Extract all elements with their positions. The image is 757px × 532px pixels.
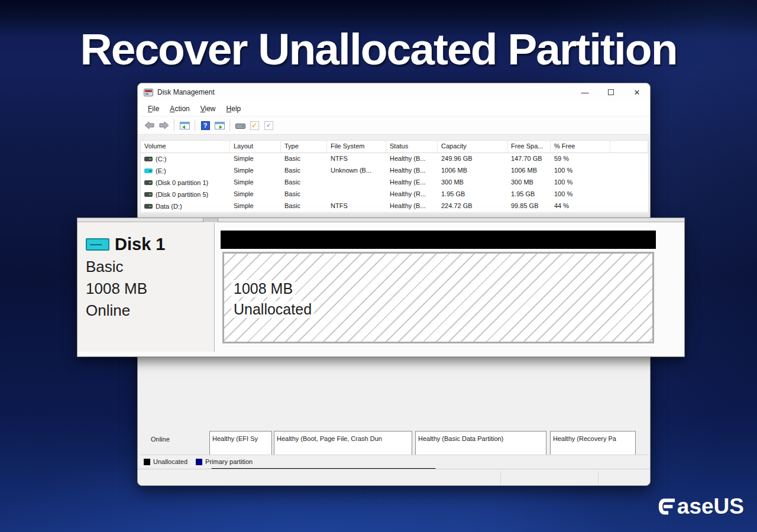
cell-layout: Simple — [230, 200, 281, 212]
cell-type: Basic — [281, 189, 327, 200]
status-bar — [138, 469, 651, 486]
cell-file-system: Unknown (B... — [327, 165, 386, 177]
callout-disk-status: Online — [86, 301, 214, 320]
cell-capacity: 300 MB — [438, 177, 507, 189]
cell-layout: Simple — [230, 153, 281, 165]
volume-table-header: Volume Layout Type File System Status Ca… — [141, 141, 648, 153]
help-icon: ? — [201, 121, 210, 130]
action-pane-icon — [215, 122, 225, 129]
help-button[interactable]: ? — [198, 118, 212, 132]
callout-disk-info-panel: Disk 1 Basic 1008 MB Online — [77, 223, 215, 352]
close-button[interactable]: ✕ — [624, 83, 650, 101]
table-row[interactable]: (Disk 0 partition 5) Simple Basic Health… — [141, 189, 648, 200]
column-header-status[interactable]: Status — [386, 141, 438, 153]
status-bar-separator — [598, 471, 599, 485]
list-check-icon: ✓ — [264, 121, 273, 130]
disk0-partition-efi[interactable]: Healthy (EFI Sy — [209, 431, 272, 457]
cell-pct-free: 59 % — [551, 153, 610, 165]
legend-item-unallocated: Unallocated — [144, 458, 187, 465]
volume-name: (Disk 0 partition 5) — [156, 191, 208, 198]
menu-view[interactable]: View — [195, 103, 221, 115]
maximize-icon — [608, 89, 614, 95]
back-arrow-icon — [144, 121, 155, 129]
drive-icon — [144, 192, 153, 197]
menu-file[interactable]: File — [143, 103, 164, 115]
disk0-partition-data[interactable]: Healthy (Basic Data Partition) — [415, 431, 546, 457]
table-row[interactable]: (Disk 0 partition 1) Simple Basic Health… — [141, 177, 648, 189]
maximize-button[interactable] — [598, 83, 624, 101]
unallocated-swatch — [144, 459, 150, 465]
properties-button[interactable]: ✓ — [261, 118, 276, 132]
disk-rescan-icon — [235, 124, 245, 129]
callout-notch — [203, 218, 218, 222]
column-header-file-system[interactable]: File System — [327, 141, 386, 153]
cell-file-system — [327, 189, 386, 200]
primary-partition-swatch — [196, 459, 202, 465]
cell-free-space: 1006 MB — [507, 165, 551, 177]
cell-capacity: 1006 MB — [438, 165, 507, 177]
partition-label: Healthy (Basic Data Partition) — [418, 435, 503, 442]
cell-layout: Simple — [230, 177, 281, 189]
easeus-wordmark: aseUS — [677, 494, 744, 519]
cell-pct-free: 44 % — [551, 200, 610, 212]
forward-arrow-icon — [158, 121, 169, 129]
callout-partition-state-label: Unallocated — [231, 301, 314, 318]
drive-icon — [144, 157, 153, 161]
column-header-free-space[interactable]: Free Spa... — [507, 141, 551, 153]
status-bar-separator — [500, 471, 501, 485]
cell-free-space: 147.70 GB — [507, 153, 551, 165]
minimize-button[interactable]: — — [572, 83, 598, 101]
legend-label: Primary partition — [205, 458, 253, 465]
console-tree-icon — [180, 122, 190, 129]
menu-bar: File Action View Help — [138, 101, 650, 116]
cell-file-system: NTFS — [327, 200, 386, 212]
callout-disk-size: 1008 MB — [86, 280, 214, 298]
callout-partition-size-label: 1008 MB — [231, 280, 295, 297]
column-header-layout[interactable]: Layout — [230, 141, 281, 153]
cell-type: Basic — [281, 177, 327, 189]
cell-free-space: 99.85 GB — [507, 200, 551, 212]
callout-top-strip — [77, 218, 684, 222]
show-console-tree-button[interactable] — [177, 118, 192, 132]
column-header-capacity[interactable]: Capacity — [438, 141, 507, 153]
cell-pct-free: 100 % — [551, 189, 610, 200]
column-header-volume[interactable]: Volume — [141, 141, 230, 153]
cell-status: Healthy (E... — [386, 177, 438, 189]
legend-label: Unallocated — [153, 458, 187, 465]
cell-status: Healthy (R... — [386, 189, 438, 200]
callout-unallocated-hatch: 1008 MB Unallocated — [222, 252, 654, 343]
menu-help[interactable]: Help — [221, 103, 247, 115]
column-header-type[interactable]: Type — [281, 141, 327, 153]
table-row[interactable]: (E:) Simple Basic Unknown (B... Healthy … — [141, 165, 648, 177]
window-titlebar[interactable]: Disk Management — ✕ — [138, 83, 650, 101]
menu-action[interactable]: Action — [164, 103, 195, 115]
cell-type: Basic — [281, 165, 327, 177]
callout-disk-name: Disk 1 — [115, 235, 165, 254]
partition-label: Healthy (EFI Sy — [212, 435, 258, 442]
volume-name: (Disk 0 partition 1) — [156, 179, 208, 186]
legend-bar: Unallocated Primary partition — [140, 455, 649, 468]
action-pane-button[interactable] — [212, 118, 227, 132]
close-icon: ✕ — [634, 88, 640, 97]
table-row[interactable]: (C:) Simple Basic NTFS Healthy (B... 249… — [141, 153, 648, 165]
disk1-magnified-callout: Disk 1 Basic 1008 MB Online 1008 MB Unal… — [77, 218, 685, 357]
table-row[interactable]: Data (D:) Simple Basic NTFS Healthy (B..… — [141, 200, 648, 212]
disk0-partition-boot[interactable]: Healthy (Boot, Page File, Crash Dun — [274, 431, 412, 457]
easeus-logo: aseUS — [655, 494, 744, 519]
cell-layout: Simple — [230, 165, 281, 177]
cell-type: Basic — [281, 153, 327, 165]
volume-name: (C:) — [156, 155, 166, 163]
toolbar-separator — [195, 119, 195, 131]
disk0-partition-recovery[interactable]: Healthy (Recovery Pa — [550, 431, 636, 457]
disk-management-app-icon — [144, 89, 153, 96]
forward-button[interactable] — [157, 118, 171, 132]
volume-name: Data (D:) — [156, 203, 182, 210]
drive-icon — [144, 180, 153, 185]
check-button[interactable]: ✓ — [247, 118, 261, 132]
check-icon: ✓ — [250, 121, 259, 130]
cell-status: Healthy (B... — [386, 153, 438, 165]
column-header-pct-free[interactable]: % Free — [551, 141, 610, 153]
easeus-e-icon — [655, 495, 677, 518]
rescan-disks-button[interactable] — [233, 118, 247, 132]
back-button[interactable] — [143, 118, 157, 132]
